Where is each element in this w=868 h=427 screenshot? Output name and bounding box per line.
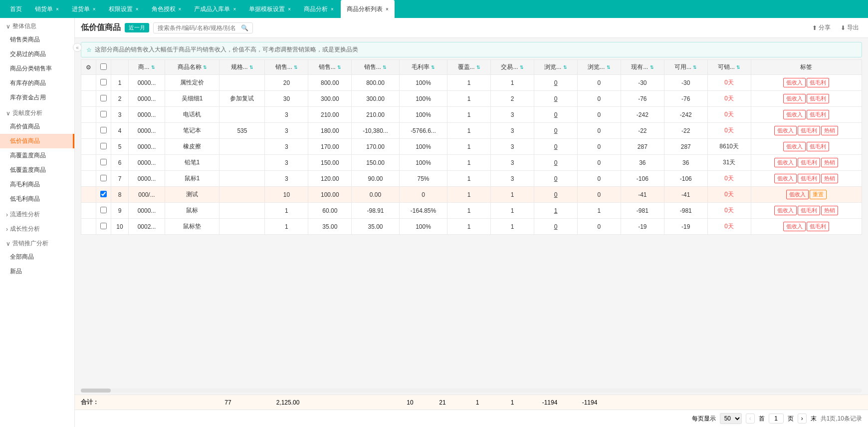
chevron-down-icon: ∨ bbox=[6, 240, 10, 247]
export-button[interactable]: ⬇ 导出 bbox=[838, 22, 862, 33]
sales-amount-cell: 100.00 bbox=[308, 187, 352, 203]
row-checkbox[interactable] bbox=[100, 159, 107, 165]
row-checkbox[interactable] bbox=[100, 111, 107, 117]
sidebar-item-high-margin[interactable]: 高毛利商品 bbox=[0, 177, 74, 192]
row-checkbox[interactable] bbox=[100, 175, 107, 181]
row-checkbox[interactable] bbox=[100, 191, 107, 197]
close-icon[interactable]: × bbox=[233, 6, 236, 12]
tag: 低收入 bbox=[786, 190, 809, 199]
scrollbar-thumb[interactable] bbox=[81, 389, 111, 393]
sidebar-group-growth[interactable]: › 成长性分析 bbox=[0, 221, 74, 235]
nav-permission[interactable]: 权限设置 × bbox=[103, 0, 145, 18]
sidebar-group-liquidity[interactable]: › 流通性分析 bbox=[0, 206, 74, 221]
horizontal-scrollbar[interactable] bbox=[81, 389, 862, 393]
coverage-cell: 1 bbox=[447, 139, 491, 155]
available-column-header[interactable]: 可用... ⇅ bbox=[664, 60, 707, 75]
sort-icon: ⇅ bbox=[151, 65, 155, 70]
last-page-label[interactable]: 末 bbox=[811, 415, 817, 423]
browse1-link[interactable]: 0 bbox=[554, 175, 558, 182]
row-checkbox[interactable] bbox=[100, 207, 107, 213]
sidebar-item-traded-goods[interactable]: 交易过的商品 bbox=[0, 47, 74, 61]
sidebar-item-low-margin[interactable]: 低毛利商品 bbox=[0, 192, 74, 206]
row-checkbox[interactable] bbox=[100, 79, 107, 85]
row-checkbox[interactable] bbox=[100, 143, 107, 149]
sidebar-item-low-coverage[interactable]: 低覆盖度商品 bbox=[0, 163, 74, 177]
search-icon[interactable]: 🔍 bbox=[241, 24, 248, 31]
nav-purchase[interactable]: 进货单 × bbox=[66, 0, 102, 18]
nav-template[interactable]: 单据模板设置 × bbox=[243, 0, 297, 18]
browse1-link[interactable]: 1 bbox=[554, 207, 558, 214]
days-value: 0天 bbox=[724, 111, 734, 118]
browse1-column-header[interactable]: 浏览... ⇅ bbox=[534, 60, 578, 75]
select-all-checkbox[interactable] bbox=[100, 63, 107, 70]
sales-qty-cell: 1 bbox=[265, 219, 308, 235]
close-icon[interactable]: × bbox=[288, 6, 291, 12]
nav-analysis[interactable]: 商品分析 × bbox=[298, 0, 340, 18]
sales-profit-column-header[interactable]: 销售... ⇅ bbox=[352, 60, 399, 75]
browse1-link[interactable]: 0 bbox=[554, 143, 558, 150]
nav-sales[interactable]: 销货单 × bbox=[29, 0, 65, 18]
browse1-link[interactable]: 0 bbox=[554, 223, 558, 230]
browse1-cell: 1 bbox=[534, 203, 578, 219]
browse1-link[interactable]: 0 bbox=[554, 159, 558, 166]
spec-column-header[interactable]: 规格... ⇅ bbox=[219, 60, 265, 75]
browse2-cell: 0 bbox=[577, 107, 621, 123]
close-icon[interactable]: × bbox=[179, 6, 182, 12]
sales-qty-column-header[interactable]: 销售... ⇅ bbox=[265, 60, 308, 75]
sidebar-group-contribution[interactable]: ∨ 贡献度分析 bbox=[0, 105, 74, 119]
sales-amount-cell: 120.00 bbox=[308, 171, 352, 187]
sidebar-item-sales-goods[interactable]: 销售类商品 bbox=[0, 32, 74, 47]
sidebar-group-overall[interactable]: ∨ 整体信息 bbox=[0, 18, 74, 32]
code-column-header[interactable]: 商... ⇅ bbox=[129, 60, 165, 75]
sales-amount-column-header[interactable]: 销售... ⇅ bbox=[308, 60, 352, 75]
gross-rate-column-header[interactable]: 毛利率 ⇅ bbox=[399, 60, 447, 75]
row-checkbox[interactable] bbox=[100, 223, 107, 229]
page-size-select[interactable]: 50 bbox=[720, 413, 742, 424]
name-column-header[interactable]: 商品名称 ⇅ bbox=[165, 60, 219, 75]
close-icon[interactable]: × bbox=[331, 6, 334, 12]
sellable-column-header[interactable]: 可销... ⇅ bbox=[707, 60, 751, 75]
sales-profit-cell: -98.91 bbox=[352, 203, 399, 219]
row-checkbox[interactable] bbox=[100, 95, 107, 101]
sellable-cell: 0天 bbox=[707, 91, 751, 107]
sidebar-item-category-rate[interactable]: 商品分类销售率 bbox=[0, 61, 74, 76]
browse1-link[interactable]: 0 bbox=[554, 95, 558, 102]
sidebar-item-stock-goods[interactable]: 有库存的商品 bbox=[0, 76, 74, 90]
sidebar-item-stock-capital[interactable]: 库存资金占用 bbox=[0, 90, 74, 105]
browse2-column-header[interactable]: 浏览... ⇅ bbox=[577, 60, 621, 75]
coverage-column-header[interactable]: 覆盖... ⇅ bbox=[447, 60, 491, 75]
sidebar-collapse-button[interactable]: « bbox=[73, 43, 82, 52]
trade-column-header[interactable]: 交易... ⇅ bbox=[491, 60, 534, 75]
sidebar-item-high-value[interactable]: 高价值商品 bbox=[0, 119, 74, 134]
current-column-header[interactable]: 现有... ⇅ bbox=[621, 60, 664, 75]
sidebar-group-marketing[interactable]: ∨ 营销推广分析 bbox=[0, 235, 74, 250]
search-input[interactable] bbox=[158, 24, 239, 31]
next-page-button[interactable]: › bbox=[798, 414, 807, 424]
period-badge[interactable]: 近一月 bbox=[125, 23, 149, 32]
sidebar-item-high-coverage[interactable]: 高覆盖度商品 bbox=[0, 148, 74, 163]
nav-analysis-list[interactable]: 商品分析列表 × bbox=[341, 0, 395, 18]
gross-rate-cell: 0 bbox=[399, 187, 447, 203]
close-icon[interactable]: × bbox=[56, 6, 59, 12]
browse1-link[interactable]: 0 bbox=[554, 127, 558, 134]
close-icon[interactable]: × bbox=[136, 6, 139, 12]
sidebar-item-new-goods[interactable]: 新品 bbox=[0, 264, 74, 279]
code-cell: 0000... bbox=[129, 171, 165, 187]
available-cell: 36 bbox=[664, 155, 707, 171]
row-checkbox[interactable] bbox=[100, 127, 107, 133]
gear-column-header[interactable]: ⚙ bbox=[81, 60, 96, 75]
close-icon[interactable]: × bbox=[93, 6, 96, 12]
sidebar-item-all-goods[interactable]: 全部商品 bbox=[0, 250, 74, 264]
sidebar-item-low-value[interactable]: 低价值商品 bbox=[0, 134, 74, 148]
nav-product-in[interactable]: 产成品入库单 × bbox=[188, 0, 242, 18]
share-button[interactable]: ⬆ 分享 bbox=[809, 22, 834, 33]
browse1-link[interactable]: 0 bbox=[554, 111, 558, 118]
browse1-link[interactable]: 0 bbox=[554, 191, 558, 198]
nav-home[interactable]: 首页 bbox=[4, 0, 28, 18]
current-page-input[interactable] bbox=[769, 414, 784, 424]
browse1-link[interactable]: 0 bbox=[554, 79, 558, 86]
tag-cell: 低收入低毛利 bbox=[751, 107, 862, 123]
nav-role[interactable]: 角色授权 × bbox=[146, 0, 188, 18]
close-icon[interactable]: × bbox=[386, 6, 389, 12]
first-page-button[interactable]: ‹ bbox=[746, 414, 755, 424]
